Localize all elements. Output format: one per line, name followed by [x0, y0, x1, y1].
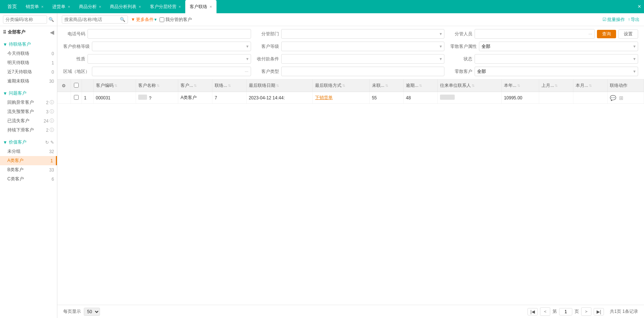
col-this-month[interactable]: 本月...⇅ — [573, 80, 608, 92]
filter-dept-select[interactable]: ▾ — [281, 29, 445, 39]
tab-sales[interactable]: 销货单 × — [21, 0, 48, 13]
tab-analysis[interactable]: 商品分析 × — [75, 0, 105, 13]
tab-customer-layer[interactable]: 客户分层经营 × — [146, 0, 185, 13]
last-method-link[interactable]: 下销货单 — [315, 95, 333, 100]
filter-search-icon[interactable]: 🔍 — [120, 17, 125, 22]
col-overdue[interactable]: 逾期...⇅ — [404, 80, 438, 92]
filter-retail-customer-select[interactable]: 全部▾ — [475, 67, 638, 76]
my-customers-checkbox[interactable]: 我分管的客户 — [160, 17, 192, 23]
sidebar-pending-title[interactable]: ▼ 待联络客户 — [0, 40, 57, 49]
col-no-contact[interactable]: 未联...⇅ — [369, 80, 404, 92]
close-tab-analysis[interactable]: × — [99, 4, 101, 9]
action-chat-icon[interactable]: 💬 — [610, 95, 616, 101]
sidebar-item-declining[interactable]: 持续下滑客户 2 ⓘ — [0, 126, 57, 135]
close-tab-sales[interactable]: × — [41, 4, 43, 9]
last-page-button[interactable]: ▶| — [594, 308, 604, 315]
action-qr-icon[interactable]: ⊞ — [619, 95, 623, 101]
sidebar-problem-title[interactable]: ▼ 问题客户 — [0, 89, 57, 98]
sidebar-pending-group: ▼ 待联络客户 今天待联络 0 明天待联络 1 近7天待联络 0 逾期未联络 3… — [0, 38, 57, 87]
row-checkbox[interactable] — [74, 95, 79, 100]
sidebar-item-churned[interactable]: 已流失客户 24 ⓘ — [0, 116, 57, 126]
customer-avatar — [138, 95, 147, 100]
col-name[interactable]: 客户名称⇅ — [136, 80, 178, 92]
next-page-button[interactable]: ＞ — [581, 307, 591, 316]
edit-icon[interactable]: ✎ — [50, 140, 54, 145]
filter-person-label: 分管人员 — [450, 31, 472, 37]
sidebar: 🔍 ⠿ 全部客户 ◀ ▼ 待联络客户 今天待联络 0 明天待联络 1 近7天待联… — [0, 13, 57, 318]
filter-retail-attr-select[interactable]: 全部▾ — [479, 42, 638, 51]
prev-page-button[interactable]: ＜ — [540, 307, 550, 316]
filter-customer-level: 客户等级 ▾ — [257, 42, 445, 51]
per-page-select[interactable]: 50 — [84, 308, 100, 316]
tab-customer-contact[interactable]: 客户联络 × — [185, 0, 216, 13]
tab-home[interactable]: 首页 — [3, 0, 21, 13]
sidebar-item-abnormal[interactable]: 回购异常客户 2 ⓘ — [0, 98, 57, 107]
info-icon-3: ⓘ — [50, 127, 54, 133]
cell-no-contact: 55 — [369, 92, 404, 104]
filter-payment-select[interactable]: ▾ — [281, 54, 445, 64]
settings-button[interactable]: 设置 — [618, 29, 638, 39]
filter-search-box: 🔍 — [62, 15, 128, 24]
col-last-date[interactable]: 最后联络日期⇅ — [246, 80, 313, 92]
batch-ops-button[interactable]: ☑ 批量操作 — [602, 17, 625, 23]
sidebar-all-customers-header[interactable]: ⠿ 全部客户 ◀ — [0, 26, 57, 38]
col-contact[interactable]: 联络...⇅ — [212, 80, 246, 92]
col-this-year[interactable]: 本年...⇅ — [501, 80, 539, 92]
select-all-checkbox[interactable] — [74, 83, 79, 88]
filter-status-select[interactable]: ▾ — [475, 54, 638, 64]
bottom-bar: 每页显示 50 |◀ ＜ 第 页 ＞ ▶| 共1页 1条记录 — [57, 305, 644, 318]
close-tab-analysis-list[interactable]: × — [139, 4, 141, 9]
col-last-method[interactable]: 最后联络方式⇅ — [313, 80, 369, 92]
sidebar-item-overdue[interactable]: 逾期未联络 30 — [0, 77, 57, 86]
tab-analysis-list[interactable]: 商品分析列表 × — [105, 0, 145, 13]
filter-search-input[interactable] — [64, 17, 120, 22]
sidebar-item-7days[interactable]: 近7天待联络 0 — [0, 67, 57, 77]
app-close-button[interactable]: × — [638, 3, 641, 10]
sidebar-collapse-btn[interactable]: ◀ — [50, 29, 54, 35]
close-tab-customer-layer[interactable]: × — [179, 4, 181, 9]
filter-region-input[interactable]: ··· — [92, 67, 251, 76]
sidebar-search-icon[interactable]: 🔍 — [49, 17, 54, 22]
cell-overdue: 48 — [404, 92, 438, 104]
sidebar-item-a-class[interactable]: A类客户 1 — [0, 156, 57, 165]
cell-checkbox[interactable] — [71, 92, 82, 104]
filter-customer-type-label: 客户类型 — [257, 68, 279, 75]
refresh-icon[interactable]: ↻ — [45, 140, 49, 145]
close-tab-customer-contact[interactable]: × — [210, 4, 212, 9]
total-info: 共1页 1条记录 — [610, 308, 638, 315]
col-code[interactable]: 客户编码⇅ — [93, 80, 136, 92]
col-unit-contact[interactable]: 往来单位联系人⇅ — [438, 80, 502, 92]
filter-customer-level-select[interactable]: ▾ — [281, 42, 445, 51]
sidebar-item-today[interactable]: 今天待联络 0 — [0, 49, 57, 58]
sidebar-item-b-class[interactable]: B类客户 33 — [0, 165, 57, 174]
first-page-button[interactable]: |◀ — [527, 308, 538, 315]
filter-phone-label: 电话号码 — [63, 31, 85, 37]
filter-nature-select[interactable]: ▾ — [87, 54, 251, 64]
export-button[interactable]: ↑ 导出 — [628, 17, 640, 23]
col-type[interactable]: 客户...⇅ — [178, 80, 212, 92]
page-number-input[interactable] — [559, 308, 572, 315]
filter-retail-customer: 零散客户 全部▾ — [450, 67, 638, 76]
cell-last-method[interactable]: 下销货单 — [313, 92, 369, 104]
sidebar-item-ungrouped[interactable]: 未分组 32 — [0, 147, 57, 156]
cell-code[interactable]: 000031 — [93, 92, 136, 104]
filter-customer-type-input[interactable] — [281, 67, 445, 76]
filter-phone-input[interactable] — [87, 29, 251, 39]
filter-price-level-select[interactable]: ▾ — [92, 42, 251, 51]
col-checkbox[interactable] — [71, 80, 82, 92]
filter-person-input[interactable]: ··· — [475, 29, 595, 39]
query-button[interactable]: 查询 — [597, 30, 616, 38]
col-settings[interactable]: ⚙ — [57, 80, 71, 92]
sidebar-item-churn-warning[interactable]: 流失预警客户 3 ⓘ — [0, 107, 57, 116]
sidebar-search-input[interactable] — [3, 15, 47, 24]
sidebar-item-c-class[interactable]: C类客户 6 — [0, 174, 57, 184]
my-customers-check[interactable] — [160, 17, 164, 22]
cell-name[interactable]: ? — [136, 92, 178, 104]
close-tab-purchase[interactable]: × — [68, 4, 70, 9]
sidebar-item-tomorrow[interactable]: 明天待联络 1 — [0, 58, 57, 67]
tab-purchase[interactable]: 进货单 × — [48, 0, 74, 13]
filter-more-button[interactable]: ▼ 更多条件 ▾ — [131, 17, 157, 23]
sidebar-value-title[interactable]: ▼ 价值客户 ↻ ✎ — [0, 138, 57, 147]
page-label: 第 — [552, 308, 557, 315]
col-last-month[interactable]: 上月...⇅ — [539, 80, 573, 92]
